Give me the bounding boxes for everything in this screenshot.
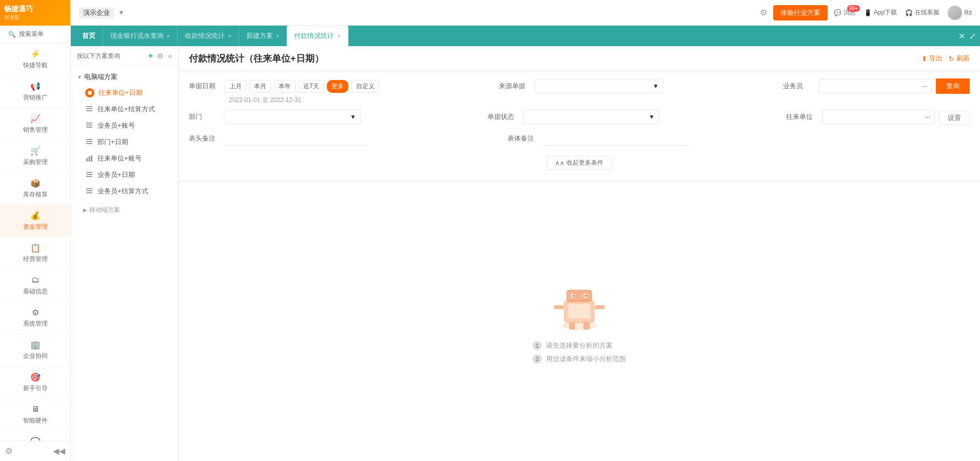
- user-name: Rit: [964, 9, 972, 16]
- query-btn[interactable]: 查询: [936, 78, 970, 94]
- sidebar-item-inventory[interactable]: 📦 库存核算: [0, 172, 70, 205]
- sidebar-item-hardware[interactable]: 🖥 智能硬件: [0, 398, 70, 431]
- sidebar-search[interactable]: 🔍 搜索菜单: [0, 26, 70, 43]
- scheme-settings-btn[interactable]: ⚙: [157, 52, 164, 60]
- collapse-panel-btn[interactable]: «: [168, 52, 172, 60]
- user-avatar-area[interactable]: Rit: [948, 6, 972, 20]
- tab-payment-close[interactable]: ×: [337, 33, 340, 39]
- sidebar-item-purchase[interactable]: 🛒 采购管理: [0, 140, 70, 172]
- tab-bank-close[interactable]: ×: [167, 33, 170, 39]
- sidebar: 畅捷通巧 标准版 🔍 搜索菜单 ⚡ 快捷导航 📢 营销推广 📈 销售管理 🛒 采…: [0, 0, 71, 461]
- body-note-input[interactable]: [543, 131, 687, 146]
- export-icon: ⬆: [922, 55, 927, 63]
- svg-point-0: [88, 91, 92, 95]
- sidebar-item-capital[interactable]: 💰 资金管理: [0, 205, 70, 237]
- operation-icon: 📋: [30, 242, 41, 253]
- tab-payment-stat[interactable]: 付款情况统计 ×: [287, 26, 348, 46]
- staff-select[interactable]: ···: [819, 79, 932, 93]
- sidebar-item-sales[interactable]: 📈 销售管理: [0, 108, 70, 140]
- custom-date-btn[interactable]: 自定义: [351, 80, 379, 93]
- message-btn[interactable]: 💬 消息 99+: [834, 8, 856, 17]
- body-note-label: 表体备注: [507, 134, 543, 143]
- collapse-sidebar-btn[interactable]: ◀◀: [53, 446, 65, 456]
- header-note-input[interactable]: [225, 131, 368, 146]
- dept-select[interactable]: ▼: [225, 110, 361, 124]
- tab-bank[interactable]: 现金银行流水查询 ×: [103, 26, 178, 46]
- tab-home[interactable]: 首页: [75, 26, 103, 46]
- doc-status-select[interactable]: ▼: [523, 110, 659, 124]
- sidebar-item-marketing[interactable]: 📢 营销推广: [0, 75, 70, 108]
- scheme-item-label: 往来单位+日期: [99, 88, 143, 97]
- trial-btn[interactable]: 体验行业方案: [773, 5, 828, 21]
- sidebar-item-quick-nav[interactable]: ⚡ 快捷导航: [0, 43, 70, 75]
- scheme-item-contact-payment[interactable]: 往来单位+结算方式: [71, 101, 178, 117]
- hardware-icon: 🖥: [30, 404, 41, 415]
- settings-footer-btn[interactable]: ⚙: [5, 446, 12, 456]
- sidebar-header: 畅捷通巧 标准版: [0, 0, 70, 26]
- avatar: [948, 6, 962, 20]
- refresh-btn[interactable]: ↻ 刷新: [949, 54, 970, 63]
- scheme-item-contact-account[interactable]: 往来单位+账号: [71, 150, 178, 167]
- marketing-icon: 📢: [30, 81, 41, 92]
- right-content: 付款情况统计（往来单位+日期） ⬆ 导出 ↻ 刷新 单据日期: [179, 46, 980, 461]
- sidebar-item-weixin[interactable]: 💬 企业微信: [0, 431, 70, 440]
- svg-rect-15: [86, 176, 92, 177]
- collapse-icon: ∧∧: [555, 159, 564, 167]
- filter-row-1: 单据日期 上月 本月 本年 近7天 更多 自定义 来源单据 ▼: [189, 78, 970, 94]
- svg-rect-9: [86, 143, 92, 144]
- sidebar-item-label: 企业协同: [23, 352, 48, 360]
- tab-income-stat[interactable]: 收款情况统计 ×: [178, 26, 239, 46]
- filter-row-3: 表头备注 表体备注: [189, 131, 970, 146]
- contact-select[interactable]: ···: [822, 110, 935, 124]
- app-download-btn[interactable]: 📱 App下载: [864, 8, 897, 17]
- collapse-conditions-btn[interactable]: ∧∧ 收起更多条件: [546, 156, 612, 170]
- last-month-btn[interactable]: 上月: [225, 80, 246, 93]
- add-scheme-btn[interactable]: +: [148, 51, 153, 61]
- tab-payment-label: 付款情况统计: [294, 31, 334, 41]
- staff-label: 业务员: [783, 82, 819, 91]
- this-month-btn[interactable]: 本月: [249, 80, 271, 93]
- last-7days-btn[interactable]: 近7天: [299, 80, 324, 93]
- company-dropdown-icon[interactable]: ▼: [118, 9, 125, 16]
- sidebar-item-label: 快捷导航: [23, 61, 48, 70]
- source-doc-select[interactable]: ▼: [535, 79, 663, 93]
- sidebar-nav: ⚡ 快捷导航 📢 营销推广 📈 销售管理 🛒 采购管理 📦 库存核算 💰 资金管…: [0, 43, 70, 440]
- close-all-tabs-btn[interactable]: ✕: [958, 31, 965, 41]
- sidebar-item-system[interactable]: ⚙ 系统管理: [0, 302, 70, 334]
- scheme-item-staff-payment[interactable]: 业务员+结算方式: [71, 183, 178, 199]
- topbar-settings-icon[interactable]: ⚙: [760, 8, 767, 17]
- desktop-section-header[interactable]: ▼ 电脑端方案: [71, 69, 178, 85]
- scheme-item-staff-date[interactable]: 业务员+日期: [71, 167, 178, 183]
- enterprise-icon: 🏢: [30, 339, 41, 350]
- empty-illustration: [548, 279, 610, 331]
- tab-new-scheme-close[interactable]: ×: [276, 33, 279, 39]
- left-panel-title: 按以下方案查询: [77, 52, 120, 61]
- sidebar-item-base-info[interactable]: 🗂 基础信息: [0, 269, 70, 302]
- date-filter-buttons: 上月 本月 本年 近7天 更多 自定义: [225, 80, 379, 93]
- left-panel-header: 按以下方案查询 + ⚙ «: [71, 46, 178, 66]
- chevron-right-icon: ▶: [83, 207, 87, 213]
- sidebar-item-guide[interactable]: 🎯 新手引导: [0, 366, 70, 398]
- date-filter-label: 单据日期: [189, 82, 225, 91]
- desktop-section-label: 电脑端方案: [84, 72, 117, 82]
- scheme-item-contact-date[interactable]: 往来单位+日期: [71, 85, 178, 101]
- tabbar: 首页 现金银行流水查询 × 收款情况统计 × 新建方案 × 付款情况统计 × ✕…: [71, 26, 980, 46]
- mobile-section-header[interactable]: ▶ 移动端方案: [71, 203, 178, 217]
- more-date-btn[interactable]: 更多: [327, 80, 348, 93]
- online-service-btn[interactable]: 🎧 在线客服: [905, 8, 939, 17]
- sidebar-item-label: 营销推广: [23, 93, 48, 102]
- export-btn[interactable]: ⬆ 导出: [922, 54, 943, 63]
- quick-nav-icon: ⚡: [30, 48, 41, 59]
- tab-new-scheme[interactable]: 新建方案 ×: [239, 26, 287, 46]
- svg-rect-2: [86, 108, 92, 109]
- table-icon3: [85, 138, 93, 146]
- scheme-item-dept-date[interactable]: 部门+日期: [71, 134, 178, 150]
- sidebar-item-enterprise[interactable]: 🏢 企业协同: [0, 334, 70, 366]
- svg-rect-8: [86, 141, 92, 142]
- tab-income-close[interactable]: ×: [228, 33, 231, 39]
- scheme-item-staff-account[interactable]: 业务员+账号: [71, 117, 178, 134]
- sidebar-item-operation[interactable]: 📋 经营管理: [0, 237, 70, 269]
- expand-tab-btn[interactable]: ⤢: [969, 31, 976, 41]
- set-btn[interactable]: 设置: [939, 111, 970, 125]
- this-year-btn[interactable]: 本年: [274, 80, 296, 93]
